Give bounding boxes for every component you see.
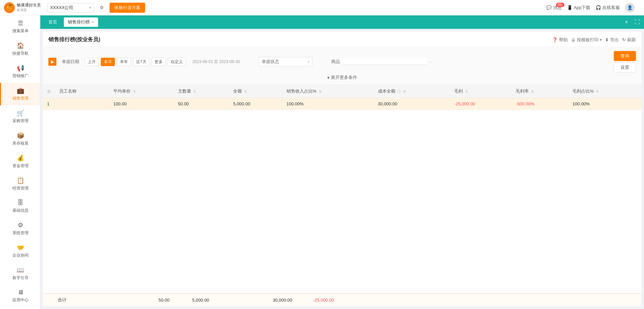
td-rank: 1: [43, 98, 55, 110]
refresh-button[interactable]: ↻ 刷新: [622, 37, 636, 43]
goods-filter-input[interactable]: [341, 58, 427, 65]
this-year-button[interactable]: 本年: [117, 58, 131, 66]
expand-filter-button[interactable]: ▶: [48, 58, 56, 66]
sidebar-item-operations[interactable]: 📋 经营管理: [0, 173, 40, 195]
th-sales-pct: 销售收入占比% ⇅: [283, 85, 374, 98]
message-button[interactable]: 💬 消息 99+: [546, 5, 562, 11]
td-gross-rate: -500.00%: [512, 98, 568, 110]
sidebar-item-sales[interactable]: 💼 销售管理: [0, 83, 40, 105]
expand-more-button[interactable]: ▾ 展开更多条件: [48, 72, 636, 81]
basics-icon: 🗄: [17, 199, 24, 206]
goods-filter: 商品 ···: [331, 58, 432, 65]
filter-bar: ▶ 单据日期 上月 本月 本年 近7天 更多 自定义 2023-06-01 至 …: [43, 47, 641, 85]
export-button[interactable]: ⬇ 导出: [605, 37, 619, 43]
online-service-button[interactable]: 🎧 在线客服: [596, 5, 620, 11]
message-badge: 99+: [556, 3, 564, 7]
system-icon: ⚙: [18, 221, 23, 229]
expand-more-icon: ▾: [327, 75, 330, 80]
sidebar-item-guide[interactable]: 📖 新手引导: [0, 262, 40, 285]
message-icon: 💬: [546, 5, 552, 10]
last-month-button[interactable]: 上月: [85, 58, 99, 66]
finance-icon: 💰: [17, 154, 24, 162]
sidebar-item-finance[interactable]: 💰 资金管理: [0, 150, 40, 173]
company-name: XXXXX公司: [50, 5, 88, 11]
status-filter[interactable]: 单据状态 ▾: [259, 57, 312, 66]
search-menu-icon: ☰: [18, 19, 23, 27]
td-gross-pct: 100.00%: [568, 98, 641, 110]
home-icon: 🏠: [17, 42, 24, 49]
sidebar-label-quicknav: 快捷导航: [12, 51, 29, 56]
sidebar-item-collab[interactable]: 🤝 企业协同: [0, 240, 40, 262]
status-chevron-icon: ▾: [308, 60, 309, 64]
sidebar-item-quicknav[interactable]: 🏠 快捷导航: [0, 38, 40, 60]
sidebar-item-purchase[interactable]: 🛒 采购管理: [0, 105, 40, 128]
gross-sort-icon: ⇅: [465, 90, 468, 93]
user-icon: 👤: [627, 5, 633, 10]
logo-area: 🍊 畅康通好生意 标准版: [4, 2, 44, 13]
print-icon: 🖨: [571, 37, 575, 42]
goods-more-icon[interactable]: ···: [428, 59, 432, 64]
tab-home[interactable]: 首页: [43, 15, 62, 29]
td-name: [55, 98, 109, 110]
custom-date-button[interactable]: 自定义: [168, 58, 186, 66]
trial-button[interactable]: 体验行业方案: [110, 3, 145, 13]
sidebar-label-purchase: 采购管理: [12, 118, 29, 124]
page-header: 销售排行榜(按业务员) ❓ 帮助 🖨 按模板打印 ▾ ⬇ 导出: [43, 32, 641, 47]
sales-pct-sort-icon: ⇅: [319, 90, 321, 93]
chevron-down-icon: ▾: [89, 6, 91, 9]
company-selector[interactable]: XXXXX公司 ▾: [47, 3, 94, 12]
last7-button[interactable]: 近7天: [133, 58, 149, 66]
td-gross: -25,000.00: [450, 98, 512, 110]
footer-cost: 30,000.00: [273, 298, 313, 303]
tab-minimize-button[interactable]: ×: [622, 18, 631, 26]
td-amount: 5,000.00: [229, 98, 282, 110]
operations-icon: 📋: [17, 177, 24, 184]
sidebar-label-sales: 销售管理: [12, 96, 29, 101]
top-bar: 🍊 畅康通好生意 标准版 XXXXX公司 ▾ ⚙ 体验行业方案 💬 消息 99+…: [0, 0, 644, 15]
qty-sort-icon: ⇅: [193, 90, 196, 93]
help-button[interactable]: ❓ 帮助: [552, 37, 568, 43]
amount-sort-icon: ⇅: [244, 90, 247, 93]
sidebar-label-collab: 企业协同: [12, 253, 29, 258]
date-filter-label: 单据日期: [62, 59, 79, 65]
sidebar-item-marketing[interactable]: 📢 营销推广: [0, 60, 40, 83]
sidebar-item-inventory[interactable]: 📦 库存核算: [0, 128, 40, 150]
app-download-button[interactable]: 📱 App下载: [567, 5, 590, 11]
tab-close-icon[interactable]: ×: [92, 20, 94, 24]
filter-settings-button[interactable]: 设置: [614, 62, 636, 72]
cost-info-icon: ⓘ: [397, 89, 401, 93]
logo-sub: 标准版: [17, 8, 41, 12]
th-gross-rate: 毛利率 ⇅: [512, 85, 568, 98]
td-avg-price: 100.00: [109, 98, 174, 110]
avatar[interactable]: 👤: [625, 3, 635, 12]
page-content: 销售排行榜(按业务员) ❓ 帮助 🖨 按模板打印 ▾ ⬇ 导出: [43, 32, 641, 306]
footer-amount: 5,000.00: [192, 298, 232, 303]
query-button[interactable]: 查询: [614, 51, 636, 61]
more-date-button[interactable]: 更多: [152, 58, 166, 66]
template-print-button[interactable]: 🖨 按模板打印 ▾: [571, 37, 602, 43]
content-area: 首页 销售排行榜 × × ⛶ 销售排行榜(按业务员) ❓ 帮助: [40, 15, 644, 309]
sidebar-label-finance: 资金管理: [12, 163, 29, 169]
gear-button[interactable]: ⚙: [97, 3, 107, 13]
sidebar-item-apps[interactable]: 🖥 应用中心: [0, 285, 40, 307]
footer-total-label: 合计: [58, 297, 125, 303]
sidebar-item-wechat[interactable]: 💬 企业微信: [0, 307, 40, 309]
this-month-button[interactable]: 本月: [101, 58, 115, 66]
expand-more-label: 展开更多条件: [331, 74, 357, 81]
th-avg-price: 平均单价 ⇅: [109, 85, 174, 98]
th-gross-pct: 毛利占比% ⇅: [568, 85, 641, 98]
template-print-label: 按模板打印: [577, 37, 599, 43]
logo-text: 畅康通好生意: [17, 3, 41, 8]
tab-maximize-button[interactable]: ⛶: [633, 18, 641, 26]
sidebar-item-basics[interactable]: 🗄 基础信息: [0, 195, 40, 217]
sidebar-label-search: 搜索菜单: [12, 28, 29, 34]
tab-sales-ranking[interactable]: 销售排行榜 ×: [64, 17, 98, 27]
th-gross: 毛利 ⇅: [450, 85, 512, 98]
sidebar-item-system[interactable]: ⚙ 系统管理: [0, 217, 40, 240]
sidebar-label-marketing: 营销推广: [12, 73, 29, 79]
export-label: 导出: [610, 37, 619, 43]
print-chevron-icon: ▾: [600, 38, 602, 42]
th-amount: 全额 ⇅: [229, 85, 282, 98]
column-settings-icon[interactable]: ⚙: [47, 89, 51, 94]
sidebar-item-search[interactable]: ☰ 搜索菜单: [0, 15, 40, 38]
